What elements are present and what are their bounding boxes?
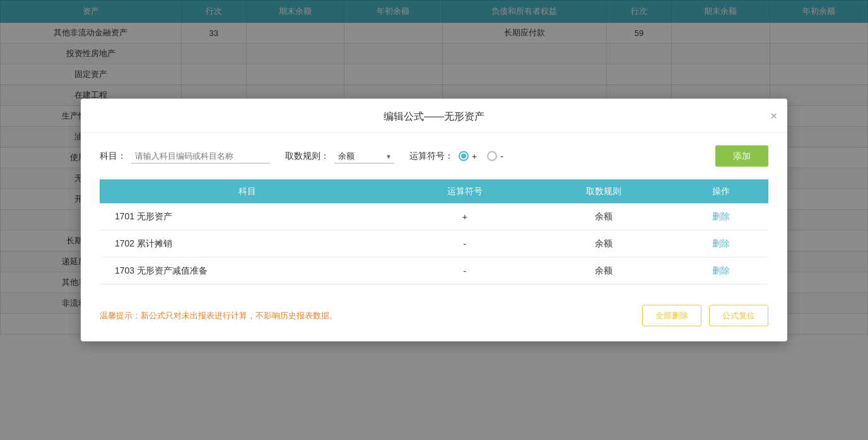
formula-table-wrap: 科目 运算符号 取数规则 操作 1701 无形资产 + 余额 删除 1702 累… (100, 180, 768, 285)
delete-button[interactable]: 删除 (712, 238, 730, 248)
operator-group: 运算符号： + - (409, 151, 503, 162)
formula-table: 科目 运算符号 取数规则 操作 1701 无形资产 + 余额 删除 1702 累… (100, 180, 768, 285)
hint-text: 温馨提示：新公式只对未出报表进行计算，不影响历史报表数据。 (100, 310, 337, 321)
row-action: 删除 (674, 230, 768, 257)
radio-plus-circle (459, 151, 469, 161)
subject-input[interactable] (131, 149, 270, 164)
rule-label: 取数规则： (285, 151, 329, 162)
row-subject: 1701 无形资产 (100, 204, 396, 231)
th-subject: 科目 (100, 180, 396, 204)
radio-plus[interactable]: + (459, 151, 477, 161)
table-row: 1702 累计摊销 - 余额 删除 (100, 230, 768, 257)
radio-minus-label: - (500, 151, 503, 161)
row-operator: - (396, 257, 534, 284)
close-button[interactable]: × (770, 110, 777, 121)
delete-button[interactable]: 删除 (712, 265, 730, 275)
row-subject: 1703 无形资产减值准备 (100, 257, 396, 284)
operator-label: 运算符号： (409, 151, 454, 162)
th-action: 操作 (674, 180, 768, 204)
radio-minus-circle (487, 151, 497, 161)
th-operator: 运算符号 (396, 180, 534, 204)
radio-plus-label: + (472, 151, 477, 161)
modal-title: 编辑公式——无形资产 (384, 110, 484, 124)
row-operator: - (396, 230, 534, 257)
subject-group: 科目： (100, 149, 270, 164)
reset-formula-button[interactable]: 公式复位 (709, 305, 768, 327)
add-button[interactable]: 添加 (715, 146, 768, 167)
radio-group: + - (459, 151, 503, 161)
footer-buttons: 全部删除 公式复位 (642, 305, 768, 327)
rule-select-wrap: 余额 借方发生额 贷方发生额 ▼ (334, 149, 394, 164)
row-rule: 余额 (534, 257, 673, 284)
radio-minus[interactable]: - (487, 151, 503, 161)
modal-footer: 温馨提示：新公式只对未出报表进行计算，不影响历史报表数据。 全部删除 公式复位 (81, 295, 787, 327)
row-rule: 余额 (534, 204, 673, 231)
edit-formula-modal: 编辑公式——无形资产 × 科目： 取数规则： 余额 借方发生额 贷方发生额 ▼ … (81, 99, 787, 342)
row-action: 删除 (674, 257, 768, 284)
rule-group: 取数规则： 余额 借方发生额 贷方发生额 ▼ (285, 149, 394, 164)
th-rule: 取数规则 (534, 180, 673, 204)
table-row: 1703 无形资产减值准备 - 余额 删除 (100, 257, 768, 284)
subject-label: 科目： (100, 151, 126, 162)
table-header-row: 科目 运算符号 取数规则 操作 (100, 180, 768, 204)
modal-header: 编辑公式——无形资产 × (81, 99, 787, 133)
row-operator: + (396, 204, 534, 231)
row-rule: 余额 (534, 230, 673, 257)
delete-button[interactable]: 删除 (712, 211, 730, 221)
form-row: 科目： 取数规则： 余额 借方发生额 贷方发生额 ▼ 运算符号： + (81, 133, 787, 180)
row-action: 删除 (674, 204, 768, 231)
rule-select[interactable]: 余额 借方发生额 贷方发生额 (334, 149, 394, 164)
row-subject: 1702 累计摊销 (100, 230, 396, 257)
delete-all-button[interactable]: 全部删除 (642, 305, 701, 327)
table-row: 1701 无形资产 + 余额 删除 (100, 204, 768, 231)
